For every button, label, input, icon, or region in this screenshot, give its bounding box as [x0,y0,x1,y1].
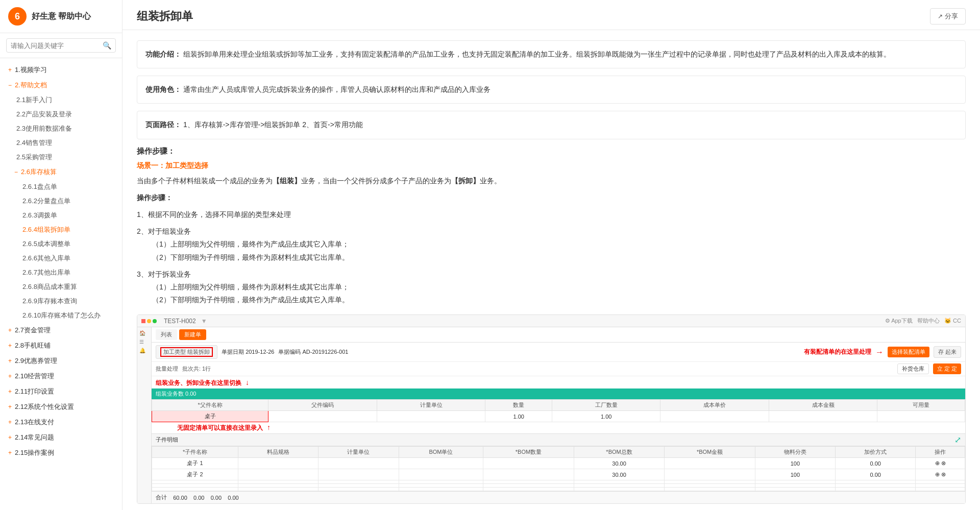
sidebar-item-videos[interactable]: + 1.视频学习 [0,62,122,78]
upper-col-cost-price: 成本单价 [660,400,769,411]
sidebar-item-2-9-label: 2.9优惠券管理 [15,356,57,366]
footer-total-label: 合计 [156,494,170,501]
intro-block: 功能介绍： 组装拆卸单用来处理企业组装或拆卸等加工业务，支持有固定装配清单的产品… [137,40,966,68]
logo-area: 6 好生意 帮助中心 [0,0,122,33]
btn-save[interactable]: 存 起来 [934,346,961,358]
plus-icon-2-8: + [8,342,12,349]
sidebar-item-2-6-8[interactable]: 2.6.8商品成本重算 [22,280,122,294]
mock-app: 🏠 ☰ 🔔 列表 新建单 [137,327,965,503]
upper-col-code: 父件编码 [268,400,377,411]
sidebar-item-2-12-label: 2.12系统个性化设置 [15,402,74,411]
upper-section-label: 组装业务数 0.00 [156,390,196,398]
steps-title: 操作步骤： [137,147,966,156]
sidebar-item-2-12[interactable]: + 2.12系统个性化设置 [0,399,122,415]
content-area: 功能介绍： 组装拆卸单用来处理企业组装或拆卸等加工业务，支持有固定装配清单的产品… [122,30,980,510]
footer-totals: 合计 60.00 0.00 0.00 0.00 [152,491,965,503]
sidebar-item-2-8[interactable]: + 2.8手机旺铺 [0,338,122,353]
search-area: 🔍 [0,33,122,58]
sidebar-item-2-6-6[interactable]: 2.6.6其他入库单 [22,251,122,265]
btn-select-bom[interactable]: 选择装配清单 [888,347,929,357]
screenshot-inner: TEST-H002 ▼ ⚙ App下载 帮助中心 🐱 CC 🏠 ☰ 🔔 [137,315,965,503]
sidebar-item-docs-label: 2.帮助文档 [15,81,47,90]
scene1-title: 场景一：加工类型选择 [137,161,208,169]
btn-type[interactable]: 加工类型 组装拆卸 [156,345,217,359]
sub-toolbar: 批量处理 批次共: 1行 补货仓库 立 定 定 [152,362,965,376]
lower-row-3 [152,480,965,484]
sidebar-item-2-6-7[interactable]: 2.6.7其他出库单 [22,265,122,280]
sidebar-item-2-6-10[interactable]: 2.6.10库存账本错了怎么办 [22,308,122,323]
role-text: 通常由生产人员或库管人员完成拆装业务的操作，库管人员确认原材料的出库和产成品的入… [183,85,491,93]
arrow-icon-1: → [875,348,884,357]
upper-col-qty: 数量 [485,400,552,411]
plus-icon-2-13: + [8,419,12,426]
footer-bom-total: 60.00 [170,495,190,501]
page-title: 组装拆卸单 [137,9,193,24]
sidebar-item-docs[interactable]: − 2.帮助文档 [0,78,122,93]
step3: 3、对于拆装业务 （1）上部明细为父件明细，最终作为原材料生成其它出库单； （2… [137,268,966,307]
footer-value-total: 0.00 [225,495,239,501]
app-main-area: 列表 新建单 加工类型 组装拆卸 单据日期 2019-12-26 单据编码 AD… [152,327,965,503]
lower-row-1: 桌子 1 30.00 100 0.00 [152,458,965,469]
btn-confirm[interactable]: 立 定 定 [933,363,961,374]
step2-sub1: （1）上部明细为父件明细，最终作为产成品生成其它入库单； [152,238,966,251]
sidebar-item-2-15[interactable]: + 2.15操作案例 [0,445,122,460]
annotation1: 有装配清单的在这里处理 [804,348,871,356]
lower-row-2: 桌子 2 30.00 100 0.00 [152,469,965,480]
tab-list[interactable]: 列表 [156,329,177,340]
sidebar-item-2-1[interactable]: 2.1新手入门 [0,93,122,107]
upper-table: *父件名称 父件编码 计量单位 数量 工厂数量 成本单价 成本金额 可用量 [152,399,965,422]
sidebar-item-2-9[interactable]: + 2.9优惠券管理 [0,353,122,369]
share-button[interactable]: ↗ 分享 [930,8,966,25]
upper-section-header: 组装业务数 0.00 [152,388,965,399]
steps-section: 操作步骤： 场景一：加工类型选择 当由多个子件材料组装成一个成品的业务为【组装】… [137,147,966,307]
sidebar-item-2-3[interactable]: 2.3使用前数据准备 [0,122,122,136]
lower-section-header: 子件明细 ⤢ [152,433,965,446]
main-content: 组装拆卸单 ↗ 分享 功能介绍： 组装拆卸单用来处理企业组装或拆卸等加工业务，支… [122,0,980,510]
sidebar-item-2-6-4[interactable]: 2.6.4组装拆卸单 [22,223,122,237]
tab-new[interactable]: 新建单 [179,329,206,340]
sidebar-item-videos-label: 1.视频学习 [15,65,47,75]
search-box[interactable]: 🔍 [6,38,116,53]
sidebar-item-2-6-3[interactable]: 2.6.3调拨单 [22,208,122,223]
app-icon-list: ☰ [139,339,149,345]
sidebar-item-2-4[interactable]: 2.4销售管理 [0,136,122,150]
sidebar-item-2-7[interactable]: + 2.7资金管理 [0,323,122,338]
sidebar-item-2-6-2[interactable]: 2.6.2分量盘点单 [22,194,122,208]
sidebar-item-2-8-label: 2.8手机旺铺 [15,341,51,350]
browser-controls: ▼ [201,318,207,325]
sidebar-item-2-2[interactable]: 2.2产品安装及登录 [0,107,122,122]
minus-icon-2-6: − [14,168,18,176]
sidebar-item-2-11[interactable]: + 2.11打印设置 [0,384,122,399]
expand-icon[interactable]: ⤢ [954,435,961,445]
sidebar-item-2-14-label: 2.14常见问题 [15,433,54,442]
sidebar-item-2-5[interactable]: 2.5采购管理 [0,150,122,164]
sidebar-item-2-13-label: 2.13在线支付 [15,418,54,427]
plus-icon: + [8,66,12,74]
sidebar-item-2-6[interactable]: − 2.6库存核算 [0,164,122,180]
plus-icon-2-10: + [8,373,12,380]
search-input[interactable] [11,42,103,50]
app-icon-home: 🏠 [139,330,149,336]
sidebar-item-2-6-9[interactable]: 2.6.9库存账本查询 [22,294,122,308]
main-header: 组装拆卸单 ↗ 分享 [122,0,980,30]
nav-list: + 1.视频学习 − 2.帮助文档 2.1新手入门 2.2产品安装及登录 2.3… [0,58,122,510]
annotation3-row: 无固定清单可以直接在这里录入 ↑ [152,422,965,433]
intro-label: 功能介绍： [145,50,181,58]
upper-col-name: *父件名称 [152,400,268,411]
step1: 1、根据不同的业务，选择不同单据的类型来处理 [137,208,966,221]
search-icon[interactable]: 🔍 [103,41,111,50]
step2: 2、对于组装业务 （1）上部明细为父件明细，最终作为产成品生成其它入库单； （2… [137,225,966,264]
sidebar-item-2-14[interactable]: + 2.14常见问题 [0,430,122,445]
app-sidebar-icons: 🏠 ☰ 🔔 [137,327,152,503]
step3-sub1: （1）上部明细为父件明细，最终作为原材料生成其它出库单； [152,281,966,294]
sidebar-item-2-13[interactable]: + 2.13在线支付 [0,415,122,430]
lower-table-container: *子件名称 料品规格 计量单位 BOM单位 *BOM数量 *BOM总数 *BOM… [152,446,965,491]
sidebar-item-2-10[interactable]: + 2.10经营管理 [0,369,122,384]
sidebar-item-2-6-1[interactable]: 2.6.1盘点单 [22,180,122,194]
app-icon-bell: 🔔 [139,348,149,353]
step2-sub2: （2）下部明细为子件明细，最终作为原材料生成其它出库单。 [152,251,966,264]
path-label: 页面路径： [145,120,181,129]
sidebar-item-2-6-5[interactable]: 2.6.5成本调整单 [22,237,122,251]
warehouse-input[interactable]: 补货仓库 [897,363,929,374]
sidebar: 6 好生意 帮助中心 🔍 + 1.视频学习 − 2.帮助文档 2.1新手入门 2… [0,0,122,510]
